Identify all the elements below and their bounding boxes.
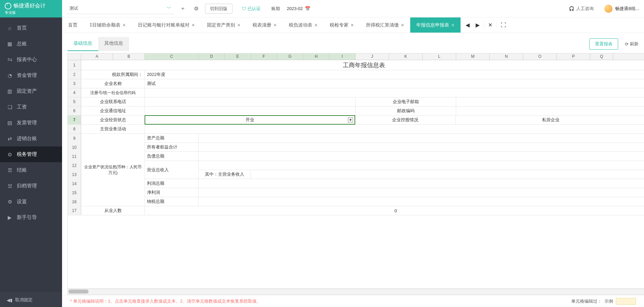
cell[interactable] (199, 161, 644, 170)
help-link[interactable]: 🎧 人工咨询 (569, 6, 594, 12)
close-icon[interactable]: ✕ (351, 23, 354, 28)
subtab-other[interactable]: 其他信息 (98, 37, 129, 51)
col-header[interactable]: J (356, 53, 389, 60)
horizontal-scrollbar[interactable] (68, 289, 644, 295)
period-value-cell[interactable]: 2022年度 (145, 70, 644, 79)
row-header[interactable]: 17 (68, 206, 81, 215)
nav-home[interactable]: ⌂首页 (0, 20, 62, 36)
row-header[interactable]: 8 (68, 125, 81, 133)
col-header[interactable]: L (423, 53, 456, 60)
dropdown-arrow-icon[interactable]: ▼ (348, 117, 353, 123)
col-header[interactable]: A (81, 53, 113, 60)
col-header[interactable]: E (225, 53, 251, 60)
addr-value-cell[interactable] (145, 106, 356, 115)
subtab-basic[interactable]: 基础信息 (67, 37, 98, 51)
reset-report-button[interactable]: 重置报表 (589, 38, 618, 50)
col-header[interactable]: K (389, 53, 423, 60)
refresh-button[interactable]: ⟳ 刷新 (625, 41, 639, 47)
user-menu[interactable]: 畅捷通B组... (604, 5, 639, 13)
cell[interactable] (199, 197, 644, 206)
row-header[interactable]: 16 (68, 197, 81, 206)
nav-inout[interactable]: ⇄进销台账 (0, 131, 62, 146)
row-header[interactable]: 5 (68, 97, 81, 106)
col-header[interactable]: N (490, 53, 523, 60)
col-header[interactable]: C (145, 53, 199, 60)
tab-tax-expert[interactable]: 税检专家✕ (324, 17, 360, 33)
row-header[interactable]: 11 (68, 152, 81, 161)
nav-archive[interactable]: ☱归档管理 (0, 178, 62, 194)
status-value-cell[interactable]: 开业 ▼ (145, 115, 355, 125)
cell[interactable] (199, 143, 644, 151)
col-header[interactable]: F (251, 53, 277, 60)
tab-next-button[interactable]: ▶ (474, 20, 482, 30)
col-header[interactable]: G (277, 53, 303, 60)
cell[interactable] (199, 152, 644, 161)
col-header[interactable]: D (199, 53, 225, 60)
mainbiz-value-cell[interactable] (145, 125, 644, 133)
close-icon[interactable]: ✕ (192, 23, 195, 28)
nav-tax[interactable]: ⊙税务管理 (0, 146, 62, 162)
employees-value-cell[interactable]: 0 (145, 206, 644, 215)
row-header[interactable]: 10 (68, 143, 81, 152)
tab-close-button[interactable]: ✕ (486, 20, 494, 30)
close-icon[interactable]: ✕ (401, 23, 404, 28)
col-header[interactable]: H (303, 53, 329, 60)
phone-value-cell[interactable] (145, 97, 356, 106)
row-header[interactable]: 15 (68, 188, 81, 197)
cell[interactable] (199, 188, 644, 197)
row-header[interactable]: 6 (68, 106, 81, 115)
col-header[interactable]: B (113, 53, 145, 60)
nav-ledger[interactable]: ▦总账 (0, 36, 62, 52)
close-icon[interactable]: ✕ (314, 23, 318, 28)
tab-home[interactable]: 首页 (62, 17, 84, 33)
tab-bank-recon[interactable]: 日记账与银行对账单核对✕ (132, 17, 201, 33)
close-icon[interactable]: ✕ (273, 23, 277, 28)
email-value-cell[interactable] (456, 97, 644, 106)
holding-value-cell[interactable]: 私营企业 (455, 116, 644, 124)
row-header[interactable]: 7 (68, 116, 81, 124)
regno-value-cell[interactable] (145, 88, 644, 97)
tab-aux-balance[interactable]: ‡目辅助余额表✕ (84, 17, 132, 33)
close-icon[interactable]: ✕ (451, 23, 454, 28)
select-all-corner[interactable] (68, 53, 81, 60)
add-button[interactable]: ＋ (178, 4, 187, 13)
nav-salary[interactable]: ❏工资 (0, 99, 62, 115)
row-header[interactable]: 2 (68, 70, 81, 79)
close-icon[interactable]: ✕ (237, 23, 240, 28)
spreadsheet[interactable]: A B C D E F G H I J K L M N O (67, 53, 644, 295)
row-header[interactable]: 3 (68, 79, 81, 88)
nav-funds[interactable]: ◔资金管理 (0, 68, 62, 83)
tab-fullscreen-button[interactable]: ⛶ (499, 21, 508, 30)
company-selector[interactable]: 测试 ﹀ (67, 3, 174, 14)
col-header[interactable]: M (456, 53, 490, 60)
close-icon[interactable]: ✕ (122, 23, 126, 28)
row-header[interactable]: 1 (68, 60, 81, 70)
nav-closing[interactable]: ☰结账 (0, 162, 62, 178)
tab-tax-book[interactable]: 税表清册✕ (247, 17, 283, 33)
tab-asset-category[interactable]: 固定资产类别✕ (201, 17, 247, 33)
company-value-cell[interactable]: 测试 (145, 79, 644, 88)
gear-button[interactable]: ⚙ (192, 4, 201, 13)
col-header[interactable]: I (329, 53, 356, 60)
period-picker[interactable]: 2023-02 📅 (287, 6, 310, 11)
tab-income-tax[interactable]: 所得税汇算清缴✕ (360, 17, 410, 33)
row-header[interactable]: 14 (68, 179, 81, 188)
col-header[interactable]: Q (590, 53, 613, 60)
nav-fixed-assets[interactable]: ▥固定资产 (0, 83, 62, 99)
nav-settings[interactable]: ⚙设置 (0, 194, 62, 210)
cell[interactable] (199, 179, 644, 188)
col-header[interactable]: P (557, 53, 590, 60)
tab-prev-button[interactable]: ◀ (464, 20, 472, 30)
nav-invoice[interactable]: ▤发票管理 (0, 115, 62, 131)
row-header[interactable]: 4 (68, 88, 81, 97)
nav-guide[interactable]: ▶新手引导 (0, 210, 62, 225)
row-header[interactable]: 9 (68, 134, 81, 143)
cell[interactable] (251, 170, 644, 179)
cell[interactable] (199, 134, 644, 142)
postcode-value-cell[interactable] (456, 106, 644, 115)
col-header[interactable]: O (523, 53, 557, 60)
row-header[interactable]: 12 (68, 161, 81, 170)
switch-old-version-button[interactable]: 切到旧版 (205, 4, 232, 14)
nav-reports[interactable]: ⮀报表中心 (0, 52, 62, 68)
sidebar-pin-toggle[interactable]: ◀▮ 取消固定 (0, 293, 62, 307)
